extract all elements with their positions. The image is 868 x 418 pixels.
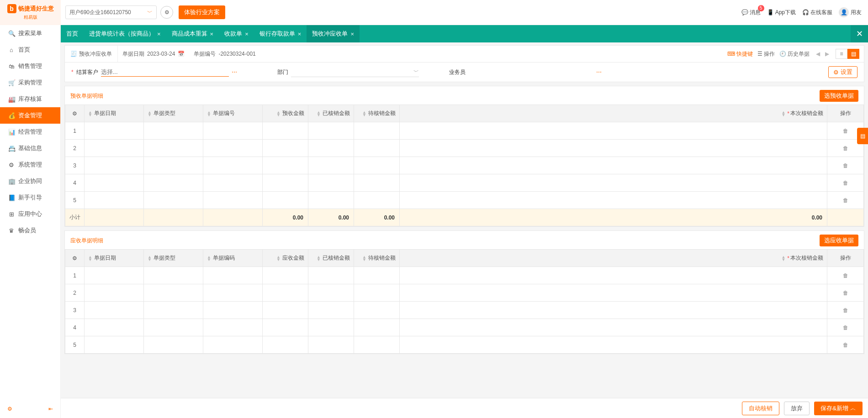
avatar-icon: 👤 bbox=[839, 7, 849, 17]
top-header: b 畅捷通好生意 精易版 用户690企业1660120750 ﹀ ⚙ 体验行业方… bbox=[0, 0, 868, 25]
logo[interactable]: b 畅捷通好生意 精易版 bbox=[0, 0, 61, 25]
logo-badge: b bbox=[7, 4, 16, 13]
company-select[interactable]: 用户690企业1660120750 ﹀ bbox=[65, 5, 157, 19]
chevron-down-icon: ﹀ bbox=[147, 9, 153, 16]
mobile-icon: 📱 bbox=[767, 9, 773, 16]
gear-icon: ⚙ bbox=[164, 9, 169, 16]
chat-icon: 💬 bbox=[741, 9, 748, 16]
user-name: 用友 bbox=[851, 9, 862, 16]
trial-button[interactable]: 体验行业方案 bbox=[179, 5, 225, 19]
messages-badge: 5 bbox=[758, 5, 764, 11]
company-name: 用户690企业1660120750 bbox=[69, 9, 131, 16]
company-settings-button[interactable]: ⚙ bbox=[160, 6, 173, 19]
messages-button[interactable]: 💬 消息 5 bbox=[741, 9, 761, 16]
support-label: 在线客服 bbox=[810, 9, 832, 16]
app-download-label: App下载 bbox=[775, 9, 796, 16]
logo-title: 畅捷通好生意 bbox=[18, 5, 54, 13]
logo-subtitle: 精易版 bbox=[24, 14, 37, 21]
user-menu[interactable]: 👤 用友 bbox=[839, 7, 862, 17]
app-download-button[interactable]: 📱 App下载 bbox=[767, 9, 796, 16]
headset-icon: 🎧 bbox=[802, 9, 809, 16]
support-button[interactable]: 🎧 在线客服 bbox=[802, 9, 832, 16]
